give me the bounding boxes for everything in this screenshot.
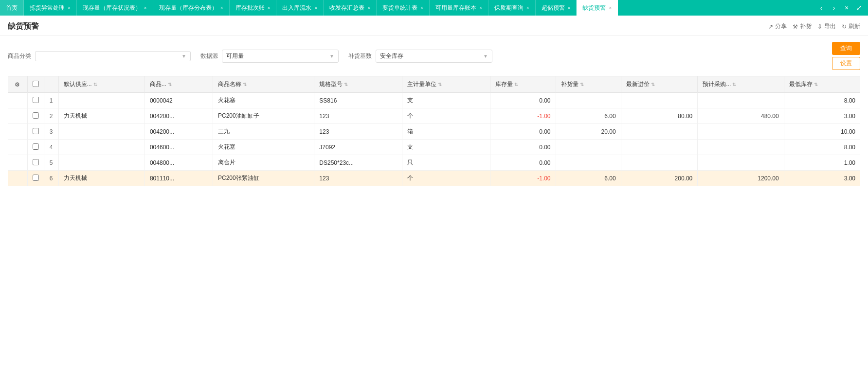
row-checkbox[interactable] bbox=[33, 143, 39, 150]
row-unit-cell: 支 bbox=[402, 93, 490, 108]
share-button[interactable]: ↗ 分享 bbox=[768, 22, 787, 31]
close-tab-expiry-query[interactable]: × bbox=[526, 5, 529, 11]
close-tab-receipt-summary[interactable]: × bbox=[367, 5, 370, 11]
row-product-name-cell: 三九 bbox=[213, 124, 314, 140]
row-est-purchase-cell: 480.00 bbox=[698, 108, 784, 124]
table-container: ⚙ 默认供应... ⇅ 商品... bbox=[0, 76, 868, 186]
row-num-cell: 6 bbox=[44, 171, 58, 186]
select-all-checkbox[interactable] bbox=[33, 81, 39, 87]
row-checkbox-cell[interactable] bbox=[27, 124, 44, 140]
row-checkbox[interactable] bbox=[33, 97, 39, 103]
nav-next-btn[interactable]: › bbox=[828, 2, 840, 14]
row-spec-cell: 123 bbox=[314, 124, 402, 140]
row-est-purchase-cell bbox=[698, 140, 784, 155]
row-checkbox-cell[interactable] bbox=[27, 108, 44, 124]
col-header-est-purchase[interactable]: 预计采购... ⇅ bbox=[698, 76, 784, 93]
nav-tab-home[interactable]: 首页 bbox=[0, 0, 24, 16]
nav-tab-expiry-query[interactable]: 保质期查询 × bbox=[488, 0, 536, 16]
data-table: ⚙ 默认供应... ⇅ 商品... bbox=[8, 76, 860, 186]
nav-tab-available-ledger[interactable]: 可用量库存账本 × bbox=[430, 0, 488, 16]
row-stock-cell: -1.00 bbox=[490, 171, 556, 186]
nav-tab-shortage[interactable]: 缺货预警 × bbox=[577, 0, 618, 16]
col-header-stock[interactable]: 库存量 ⇅ bbox=[490, 76, 556, 93]
row-product-name-cell: PC200油缸缸子 bbox=[213, 108, 314, 124]
nav-tab-batch-account[interactable]: 库存批次账 × bbox=[230, 0, 277, 16]
nav-tab-inventory-status[interactable]: 现存量（库存状况表） × bbox=[77, 0, 153, 16]
table-header-row: ⚙ 默认供应... ⇅ 商品... bbox=[8, 76, 860, 93]
top-nav: 首页 拣货异常处理 × 现存量（库存状况表） × 现存量（库存分布表） × 库存… bbox=[0, 0, 868, 16]
close-tab-inout-flow[interactable]: × bbox=[314, 5, 317, 11]
refresh-button[interactable]: ↻ 刷新 bbox=[842, 22, 860, 31]
row-replenish-cell bbox=[556, 140, 621, 155]
nav-maximize-btn[interactable]: ⤢ bbox=[853, 2, 865, 14]
row-settings-cell bbox=[8, 155, 27, 171]
nav-tab-order-stats[interactable]: 要货单统计表 × bbox=[377, 0, 430, 16]
category-select[interactable]: ▼ bbox=[35, 51, 191, 61]
row-supplier-cell: 力天机械 bbox=[58, 171, 145, 186]
datasource-select[interactable]: 可用量 ▼ bbox=[222, 50, 339, 63]
close-tab-order-stats[interactable]: × bbox=[420, 5, 423, 11]
col-header-product-code[interactable]: 商品... ⇅ bbox=[145, 76, 213, 93]
row-checkbox-cell[interactable] bbox=[27, 171, 44, 186]
row-product-code-cell: 004600... bbox=[145, 140, 213, 155]
row-checkbox[interactable] bbox=[33, 175, 39, 181]
row-settings-cell bbox=[8, 140, 27, 155]
row-checkbox-cell[interactable] bbox=[27, 140, 44, 155]
nav-tab-exception[interactable]: 拣货异常处理 × bbox=[24, 0, 77, 16]
replenish-base-select[interactable]: 安全库存 ▼ bbox=[376, 50, 492, 63]
row-checkbox-cell[interactable] bbox=[27, 155, 44, 171]
query-button[interactable]: 查询 bbox=[832, 42, 860, 55]
col-header-supplier[interactable]: 默认供应... ⇅ bbox=[58, 76, 145, 93]
col-header-replenish[interactable]: 补货量 ⇅ bbox=[556, 76, 621, 93]
settings-button[interactable]: 设置 bbox=[832, 57, 860, 70]
category-label: 商品分类 bbox=[8, 52, 31, 60]
col-header-checkbox bbox=[27, 76, 44, 93]
min-stock-sort-icon: ⇅ bbox=[814, 82, 818, 87]
close-tab-overstock[interactable]: × bbox=[568, 5, 571, 11]
col-header-min-stock[interactable]: 最低库存 ⇅ bbox=[784, 76, 860, 93]
row-stock-cell: 0.00 bbox=[490, 93, 556, 108]
row-supplier-cell bbox=[58, 140, 145, 155]
nav-prev-btn[interactable]: ‹ bbox=[815, 2, 827, 14]
row-min-stock-cell: 1.00 bbox=[784, 155, 860, 171]
col-header-product-name[interactable]: 商品名称 ⇅ bbox=[213, 76, 314, 93]
nav-tab-receipt-summary[interactable]: 收发存汇总表 × bbox=[324, 0, 377, 16]
datasource-filter-group: 数据源 可用量 ▼ bbox=[200, 50, 339, 63]
replenish-base-chevron-down-icon: ▼ bbox=[483, 53, 488, 59]
col-header-spec[interactable]: 规格型号 ⇅ bbox=[314, 76, 402, 93]
col-header-latest-price[interactable]: 最新进价 ⇅ bbox=[621, 76, 698, 93]
row-spec-cell: J7092 bbox=[314, 140, 402, 155]
row-replenish-cell: 6.00 bbox=[556, 171, 621, 186]
nav-tab-inout-flow[interactable]: 出入库流水 × bbox=[276, 0, 324, 16]
row-checkbox[interactable] bbox=[33, 112, 39, 119]
close-tab-batch-account[interactable]: × bbox=[268, 5, 271, 11]
close-tab-shortage[interactable]: × bbox=[609, 5, 612, 11]
col-header-settings[interactable]: ⚙ bbox=[8, 76, 27, 93]
nav-tab-overstock[interactable]: 超储预警 × bbox=[536, 0, 577, 16]
row-product-code-cell: 004800... bbox=[145, 155, 213, 171]
row-checkbox[interactable] bbox=[33, 159, 39, 165]
row-product-code-cell: 0000042 bbox=[145, 93, 213, 108]
nav-close-btn[interactable]: × bbox=[841, 2, 852, 14]
export-button[interactable]: ⇩ 导出 bbox=[817, 22, 836, 31]
close-tab-exception[interactable]: × bbox=[68, 5, 71, 11]
row-product-code-cell: 801110... bbox=[145, 171, 213, 186]
row-checkbox-cell[interactable] bbox=[27, 93, 44, 108]
row-spec-cell: DS250*23c... bbox=[314, 155, 402, 171]
table-row: 4 004600... 火花塞 J7092 支 0.00 8.00 bbox=[8, 140, 860, 155]
close-tab-available-ledger[interactable]: × bbox=[479, 5, 482, 11]
nav-tab-inventory-dist[interactable]: 现存量（库存分布表） × bbox=[153, 0, 230, 16]
close-tab-inventory-status[interactable]: × bbox=[144, 5, 147, 11]
row-product-code-cell: 004200... bbox=[145, 108, 213, 124]
row-settings-cell bbox=[8, 93, 27, 108]
row-num-cell: 5 bbox=[44, 155, 58, 171]
close-tab-inventory-dist[interactable]: × bbox=[220, 5, 223, 11]
row-stock-cell: 0.00 bbox=[490, 155, 556, 171]
row-num-cell: 3 bbox=[44, 124, 58, 140]
row-checkbox[interactable] bbox=[33, 128, 39, 134]
replenish-button[interactable]: ⚒ 补货 bbox=[793, 22, 812, 31]
table-body: 1 0000042 火花塞 SS816 支 0.00 8.00 2 力天机械 0… bbox=[8, 93, 860, 186]
row-unit-cell: 支 bbox=[402, 140, 490, 155]
col-header-unit[interactable]: 主计量单位 ⇅ bbox=[402, 76, 490, 93]
row-num-cell: 1 bbox=[44, 93, 58, 108]
